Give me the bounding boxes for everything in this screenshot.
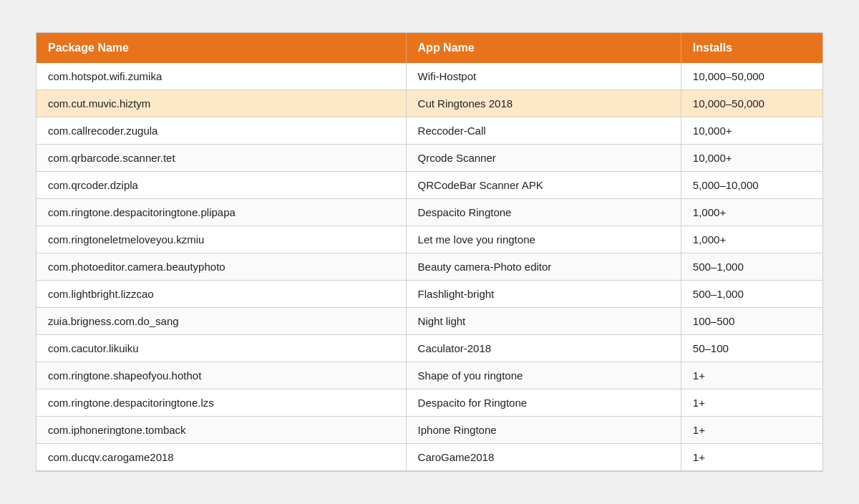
cell-installs: 1+: [681, 444, 822, 471]
cell-appname: Despacito for Ringtone: [406, 389, 681, 417]
table-row: com.iphoneringtone.tombackIphone Rington…: [37, 417, 822, 444]
cell-installs: 5,000–10,000: [681, 172, 822, 199]
table-row: com.ringtone.despacitoringtone.lzsDespac…: [37, 389, 822, 417]
header-row: Package Name App Name Installs: [37, 33, 822, 63]
cell-package: com.ducqv.carogame2018: [37, 444, 406, 471]
cell-package: com.cut.muvic.hiztym: [37, 90, 406, 117]
table-row: com.photoeditor.camera.beautyphotoBeauty…: [37, 253, 822, 281]
cell-installs: 500–1,000: [681, 281, 822, 308]
cell-installs: 10,000+: [681, 117, 822, 145]
cell-package: com.ringtone.despacitoringtone.plipapa: [37, 199, 406, 226]
cell-package: com.lightbright.lizzcao: [37, 281, 406, 308]
cell-installs: 500–1,000: [681, 253, 822, 281]
cell-installs: 1,000+: [681, 226, 822, 253]
main-table-container: Package Name App Name Installs com.hotsp…: [36, 32, 823, 472]
cell-installs: 10,000–50,000: [681, 63, 822, 90]
cell-appname: Iphone Ringtone: [406, 417, 681, 444]
col-header-installs: Installs: [681, 33, 822, 63]
cell-appname: Shape of you ringtone: [406, 362, 681, 389]
cell-appname: Flashlight-bright: [406, 281, 681, 308]
cell-package: com.qrbarcode.scanner.tet: [37, 145, 406, 172]
table-row: com.ringtone.shapeofyou.hothotShape of y…: [37, 362, 822, 389]
cell-appname: Wifi-Hostpot: [406, 63, 681, 90]
table-row: com.qrbarcode.scanner.tetQrcode Scanner1…: [37, 145, 822, 172]
table-row: com.cacutor.likuikuCaculator-201850–100: [37, 335, 822, 362]
cell-installs: 100–500: [681, 308, 822, 335]
cell-installs: 10,000+: [681, 145, 822, 172]
cell-installs: 10,000–50,000: [681, 90, 822, 117]
cell-installs: 1+: [681, 417, 822, 444]
table-row: com.ducqv.carogame2018CaroGame20181+: [37, 444, 822, 471]
cell-package: com.iphoneringtone.tomback: [37, 417, 406, 444]
cell-package: com.hotspot.wifi.zumika: [37, 63, 406, 90]
table-body: com.hotspot.wifi.zumikaWifi-Hostpot10,00…: [37, 63, 822, 471]
col-header-appname: App Name: [406, 33, 681, 63]
cell-package: com.ringtone.despacitoringtone.lzs: [37, 389, 406, 417]
cell-package: com.callrecoder.zugula: [37, 117, 406, 145]
data-table: Package Name App Name Installs com.hotsp…: [37, 33, 822, 471]
table-row: com.ringtoneletmeloveyou.kzmiuLet me lov…: [37, 226, 822, 253]
table-header: Package Name App Name Installs: [37, 33, 822, 63]
cell-installs: 1+: [681, 362, 822, 389]
cell-package: zuia.brigness.com.do_sang: [37, 308, 406, 335]
cell-package: com.ringtoneletmeloveyou.kzmiu: [37, 226, 406, 253]
cell-package: com.photoeditor.camera.beautyphoto: [37, 253, 406, 281]
cell-installs: 1,000+: [681, 199, 822, 226]
cell-appname: QRCodeBar Scanner APK: [406, 172, 681, 199]
table-row: com.cut.muvic.hiztymCut Ringtones 201810…: [37, 90, 822, 117]
table-row: com.lightbright.lizzcaoFlashlight-bright…: [37, 281, 822, 308]
cell-package: com.ringtone.shapeofyou.hothot: [37, 362, 406, 389]
cell-installs: 50–100: [681, 335, 822, 362]
cell-appname: Let me love you ringtone: [406, 226, 681, 253]
cell-appname: Cut Ringtones 2018: [406, 90, 681, 117]
table-row: zuia.brigness.com.do_sangNight light100–…: [37, 308, 822, 335]
table-row: com.qrcoder.dziplaQRCodeBar Scanner APK5…: [37, 172, 822, 199]
cell-appname: Night light: [406, 308, 681, 335]
cell-package: com.qrcoder.dzipla: [37, 172, 406, 199]
cell-appname: Reccoder-Call: [406, 117, 681, 145]
cell-appname: Qrcode Scanner: [406, 145, 681, 172]
cell-package: com.cacutor.likuiku: [37, 335, 406, 362]
cell-installs: 1+: [681, 389, 822, 417]
table-row: com.callrecoder.zugulaReccoder-Call10,00…: [37, 117, 822, 145]
cell-appname: CaroGame2018: [406, 444, 681, 471]
table-row: com.ringtone.despacitoringtone.plipapaDe…: [37, 199, 822, 226]
cell-appname: Caculator-2018: [406, 335, 681, 362]
col-header-package: Package Name: [37, 33, 406, 63]
table-row: com.hotspot.wifi.zumikaWifi-Hostpot10,00…: [37, 63, 822, 90]
cell-appname: Beauty camera-Photo editor: [406, 253, 681, 281]
cell-appname: Despacito Ringtone: [406, 199, 681, 226]
